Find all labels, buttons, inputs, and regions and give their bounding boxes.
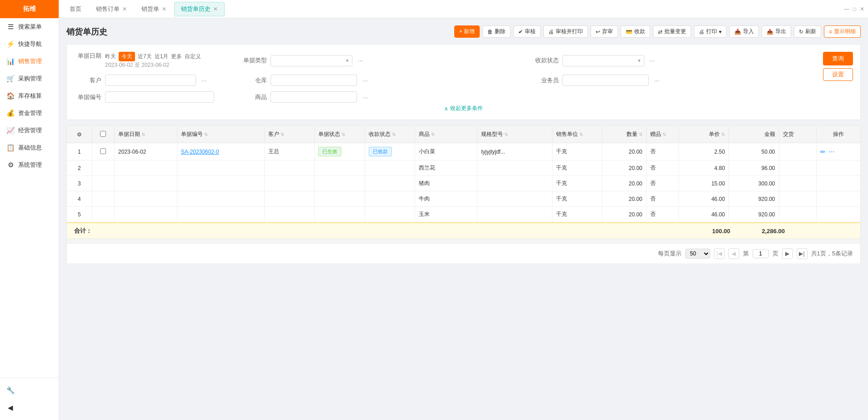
sort-pay-status[interactable]: 收款状态 ⇅ <box>369 130 396 138</box>
shortcut-7days[interactable]: 近7天 <box>138 53 152 60</box>
cell-checkbox[interactable] <box>92 160 115 176</box>
tab-sales-history[interactable]: 销货单历史 ✕ <box>174 2 225 16</box>
window-close-icon[interactable]: ✕ <box>860 6 864 12</box>
select-all-checkbox[interactable] <box>100 131 106 137</box>
sidebar-bottom-settings[interactable]: 🔧 <box>0 382 59 399</box>
th-checkbox[interactable] <box>92 126 115 143</box>
page-number-input[interactable] <box>753 249 769 258</box>
product-input[interactable] <box>271 91 357 103</box>
sidebar-item-system-mgmt[interactable]: ⚙ 系统管理 <box>0 156 59 174</box>
shortcut-1month[interactable]: 近1月 <box>155 53 169 60</box>
doc-type-dots[interactable]: ··· <box>356 57 365 64</box>
pay-status-select[interactable] <box>562 55 644 66</box>
discard-button[interactable]: ↩ 弃审 <box>591 25 618 38</box>
salesman-input[interactable] <box>562 75 649 86</box>
th-qty[interactable]: 数量 ⇅ <box>602 126 646 143</box>
query-button[interactable]: 查询 <box>823 52 853 65</box>
cell-checkbox[interactable] <box>92 191 115 207</box>
refresh-button[interactable]: ↻ 刷新 <box>794 25 821 38</box>
sort-spec[interactable]: 规格型号 ⇅ <box>481 130 508 138</box>
shortcut-more[interactable]: 更多 <box>171 53 182 60</box>
th-price[interactable]: 单价 ⇅ <box>679 126 729 143</box>
th-spec[interactable]: 规格型号 ⇅ <box>477 126 552 143</box>
first-page-button[interactable]: |◀ <box>714 248 725 259</box>
batch-change-button[interactable]: ⇄ 批量变更 <box>653 25 691 38</box>
sort-date[interactable]: 单据日期 ⇅ <box>118 130 145 138</box>
salesman-dots[interactable]: ··· <box>652 77 662 84</box>
sidebar-item-inventory[interactable]: 🏠 库存核算 <box>0 87 59 105</box>
sort-gift[interactable]: 赠品 ⇅ <box>650 130 666 138</box>
code-link[interactable]: SA-20230602-0 <box>181 149 219 155</box>
doc-no-input[interactable] <box>105 91 214 103</box>
th-gift[interactable]: 赠品 ⇅ <box>646 126 679 143</box>
shortcut-today[interactable]: 今天 <box>119 52 135 61</box>
sort-qty[interactable]: 数量 ⇅ <box>627 130 642 138</box>
sort-unit[interactable]: 销售单位 ⇅ <box>556 130 583 138</box>
th-settings[interactable]: ⚙ <box>67 126 92 143</box>
export-button[interactable]: 📤 导出 <box>762 25 791 38</box>
cell-status <box>315 176 365 191</box>
collect-button[interactable]: 💳 收款 <box>621 25 650 38</box>
audit-button[interactable]: ✔ 审核 <box>513 25 541 38</box>
shortcut-yesterday[interactable]: 昨天 <box>105 53 116 60</box>
customer-dots[interactable]: ··· <box>200 77 209 84</box>
last-page-button[interactable]: ▶| <box>797 248 808 259</box>
edit-icon[interactable]: ✏ <box>820 148 826 155</box>
new-button[interactable]: + 新增 <box>454 25 480 38</box>
th-date[interactable]: 单据日期 ⇅ <box>115 126 177 143</box>
filter-panel: 单据日期 昨天 今天 近7天 近1月 更多 自定义 2 <box>66 44 861 120</box>
th-unit[interactable]: 销售单位 ⇅ <box>552 126 602 143</box>
tab-sales-delivery-close[interactable]: ✕ <box>162 6 166 12</box>
customer-input[interactable] <box>105 75 196 86</box>
pay-status-dots[interactable]: ··· <box>648 57 657 64</box>
product-dots[interactable]: ··· <box>361 94 370 101</box>
more-action-icon[interactable]: ⋯ <box>828 148 835 155</box>
tab-sales-history-close[interactable]: ✕ <box>213 6 218 12</box>
cell-checkbox[interactable] <box>92 143 115 160</box>
sidebar-item-purchase-mgmt[interactable]: 🛒 采购管理 <box>0 70 59 87</box>
shortcut-custom[interactable]: 自定义 <box>185 53 201 60</box>
delete-button[interactable]: 🗑 删除 <box>482 25 511 38</box>
cell-checkbox[interactable] <box>92 207 115 222</box>
sort-status[interactable]: 单据状态 ⇅ <box>318 130 345 138</box>
sidebar-item-sales-mgmt[interactable]: 📊 销售管理 <box>0 53 59 70</box>
sort-code[interactable]: 单据编号 ⇅ <box>181 130 208 138</box>
tab-sales-order[interactable]: 销售订单 ✕ <box>89 2 134 16</box>
prev-page-button[interactable]: ◀ <box>728 248 739 259</box>
th-code[interactable]: 单据编号 ⇅ <box>177 126 265 143</box>
th-pay-status[interactable]: 收款状态 ⇅ <box>365 126 415 143</box>
show-details-button[interactable]: ≡ 显示明细 <box>824 25 861 38</box>
print-button[interactable]: 🖨 打印 ▾ <box>694 25 727 38</box>
sidebar-item-basic-info[interactable]: 📋 基础信息 <box>0 139 59 156</box>
warehouse-input[interactable] <box>271 75 357 86</box>
sidebar-item-fund-mgmt[interactable]: 💰 资金管理 <box>0 105 59 122</box>
row-checkbox[interactable] <box>100 148 106 154</box>
operation-icon: 📈 <box>6 126 15 135</box>
th-customer[interactable]: 客户 ⇅ <box>265 126 315 143</box>
import-button[interactable]: 📥 导入 <box>729 25 759 38</box>
page-size-select[interactable]: 50 20 100 <box>685 249 710 259</box>
sidebar-item-quick-nav[interactable]: ⚡ 快捷导航 <box>0 35 59 53</box>
audit-print-button[interactable]: 🖨 审核并打印 <box>543 25 588 38</box>
table-scroll-bar[interactable] <box>67 239 860 243</box>
sort-product[interactable]: 商品 ⇅ <box>419 130 435 138</box>
cell-trade <box>779 143 817 160</box>
tab-sales-delivery[interactable]: 销货单 ✕ <box>135 2 173 16</box>
window-maximize-icon[interactable]: □ <box>853 6 856 12</box>
cell-checkbox[interactable] <box>92 176 115 191</box>
doc-type-select[interactable] <box>271 55 352 66</box>
tab-sales-order-close[interactable]: ✕ <box>122 6 127 12</box>
sort-price[interactable]: 单价 ⇅ <box>709 130 725 138</box>
next-page-button[interactable]: ▶ <box>782 248 793 259</box>
th-product[interactable]: 商品 ⇅ <box>415 126 477 143</box>
tab-home[interactable]: 首页 <box>63 2 88 16</box>
collapse-filter-button[interactable]: ∧ 收起更多条件 <box>444 105 483 112</box>
th-status[interactable]: 单据状态 ⇅ <box>315 126 365 143</box>
window-minimize-icon[interactable]: — <box>844 6 849 12</box>
sidebar-bottom-collapse[interactable]: ◀ <box>0 399 59 416</box>
sort-customer[interactable]: 客户 ⇅ <box>268 130 284 138</box>
warehouse-dots[interactable]: ··· <box>361 77 370 84</box>
sidebar-item-operation[interactable]: 📈 经营管理 <box>0 122 59 139</box>
sidebar-item-search-menu[interactable]: ☰ 搜索菜单 <box>0 18 59 35</box>
filter-settings-button[interactable]: 设置 <box>823 68 853 81</box>
